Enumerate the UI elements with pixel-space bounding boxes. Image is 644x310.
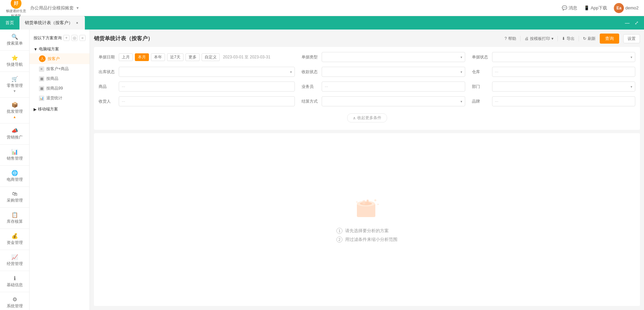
main-layout: 🔍 搜索菜单 ⭐ 快捷导航 🛒 零售管理 ▼ 📦 批发管理 ▲ 📣 营销推广 📊… [0,30,644,310]
date-this-year-btn[interactable]: 本年 [151,53,165,61]
maximize-btn[interactable]: ⤢ [633,19,640,26]
sidebar: 🔍 搜索菜单 ⭐ 快捷导航 🛒 零售管理 ▼ 📦 批发管理 ▲ 📣 营销推广 📊… [0,30,30,310]
collapse-btn[interactable]: ∧ 收起更多条件 [347,113,387,122]
collapse-panel-btn[interactable]: « [79,35,86,41]
payment-status-select[interactable]: ▾ [322,67,465,77]
type-select[interactable]: ▾ [322,52,465,62]
scheme-item-by-customer-goods[interactable]: ≡ 按客户+商品 [30,64,90,74]
sidebar-item-inventory[interactable]: 📋 库存核算 [0,208,29,229]
date-7days-btn[interactable]: 近7天 [167,53,183,61]
settlement-select[interactable]: ▾ [322,96,465,106]
sidebar-item-ecom[interactable]: 🌐 电商管理 [0,166,29,187]
sidebar-item-retail[interactable]: 🛒 零售管理 ▼ [0,72,29,98]
brand-label: 品牌 [472,99,492,104]
type-field: 单据类型 ▾ [302,52,465,62]
sidebar-item-search-menu[interactable]: 🔍 搜索菜单 [0,30,29,51]
collapse-bar: ∧ 收起更多条件 [99,111,635,125]
scheme-item-by-goods-99[interactable]: ▦ 按商品99 [30,84,90,93]
settings-scheme-btn[interactable]: ◎ [71,35,77,41]
sidebar-item-wholesale[interactable]: 📦 批发管理 ▲ [0,98,29,123]
tab-home[interactable]: 首页 [0,16,19,30]
refresh-btn[interactable]: ↻ 刷新 [583,36,596,42]
svg-point-3 [374,199,376,201]
department-dropdown-icon: ▾ [631,85,632,89]
out-status-dropdown-icon: ▾ [290,70,292,74]
date-last-month-btn[interactable]: 上月 [119,53,133,61]
recipient-select[interactable]: ··· [119,96,295,106]
finance-icon: 💰 [0,233,29,239]
warehouse-select[interactable]: ··· [492,67,636,77]
doc-status-label: 单据状态 [472,54,492,60]
doc-status-select[interactable]: ▾ [492,52,636,62]
date-this-month-btn[interactable]: 本月 [135,53,149,61]
type-dropdown-icon: ▾ [461,55,462,59]
minimize-btn[interactable]: — [624,19,631,26]
avatar: Ea [614,3,624,13]
sidebar-item-label: 库存核算 [0,219,29,224]
sidebar-item-finance[interactable]: 💰 资金管理 [0,229,29,250]
sidebar-item-quick-nav[interactable]: ⭐ 快捷导航 [0,51,29,72]
pc-scheme-group-title[interactable]: ▼ 电脑端方案 [30,45,90,53]
content-area: 按以下方案查询 + ◎ « ▼ 电脑端方案 人 按客户 ≡ 按客 [30,30,644,310]
pc-scheme-group: ▼ 电脑端方案 人 按客户 ≡ 按客户+商品 ▦ 按商品 ▦ 按商品99 [30,45,90,103]
sidebar-item-sys[interactable]: ⚙ 系统管理 [0,292,29,310]
sidebar-item-purchase[interactable]: 🛍 采购管理 [0,187,29,208]
type-label: 单据类型 [302,54,322,60]
export-btn[interactable]: ⬇ 导出 [562,36,575,42]
user-area[interactable]: Ea demo2 [614,3,639,13]
date-custom-btn[interactable]: 自定义 [202,53,220,61]
topbar-left: 好 畅捷通好生意 标准版 办公用品行业模拟账套 ▾ [5,0,79,18]
tab-close-icon[interactable]: × [75,20,79,25]
message-btn[interactable]: 💬 消息 [562,5,577,11]
department-select[interactable]: ▾ [492,82,636,92]
export-icon: ⬇ [562,36,565,41]
scheme-item-return-stats[interactable]: 📊 退货统计 [30,93,90,103]
tab-sales-stats[interactable]: 销货单统计表（按客户） × [19,16,85,30]
empty-step-2: 2 用过滤条件来缩小分析范围 [336,237,397,243]
sidebar-item-marketing[interactable]: 📣 营销推广 [0,123,29,145]
date-selector: 上月 本月 本年 近7天 更多 自定义 2023-03-01 至 2023-03… [119,53,270,61]
filter-row-4: 收货人 ··· 结算方式 ▾ [99,96,635,107]
add-scheme-btn[interactable]: + [63,35,69,41]
scheme-item-by-customer[interactable]: 人 按客户 [30,53,90,64]
date-more-btn[interactable]: 更多 [185,53,200,61]
app-download-icon: 📱 [584,5,589,10]
empty-step-1: 1 请先选择要分析的方案 [336,228,397,234]
wholesale-icon: 📦 [0,102,29,108]
purchase-icon: 🛍 [0,191,29,197]
filter-row-3: 商品 ··· 业务员 ··· 部门 [99,81,635,92]
svg-point-2 [360,202,372,205]
sidebar-item-label: 销售管理 [0,156,29,161]
page-actions: ? 帮助 🖨 按模板打印 ▾ ⬇ 导出 [504,34,640,44]
sys-icon: ⚙ [0,296,29,303]
brand-select[interactable]: ··· [492,96,636,106]
salesperson-select[interactable]: ··· [322,82,465,92]
settings-btn[interactable]: 设置 [623,34,640,43]
sidebar-item-sales[interactable]: 📊 销售管理 [0,145,29,166]
topbar: 好 畅捷通好生意 标准版 办公用品行业模拟账套 ▾ 💬 消息 📱 App下载 E… [0,0,644,16]
sidebar-item-label: 搜索菜单 [0,41,29,46]
sidebar-item-operation[interactable]: 📈 经营管理 [0,250,29,271]
goods-field: 商品 ··· [99,81,295,92]
warehouse-field: 仓库 ··· [472,66,636,77]
filter-row-1: 单据日期 上月 本月 本年 近7天 更多 自定义 2023-03-01 至 20… [99,52,635,62]
app-download-btn[interactable]: 📱 App下载 [584,5,607,11]
tabbar: 首页 销货单统计表（按客户） × — ⤢ [0,16,644,30]
title-dropdown-icon: ▾ [76,5,79,10]
goods-select[interactable]: ··· [119,82,295,92]
divider2 [557,36,558,41]
help-btn[interactable]: ? 帮助 [504,36,516,42]
department-label: 部门 [472,84,492,90]
template-print-btn[interactable]: 🖨 按模板打印 ▾ [525,36,553,42]
date-field: 单据日期 上月 本月 本年 近7天 更多 自定义 2023-03-01 至 20… [99,52,295,62]
payment-status-field: 收款状态 ▾ [302,66,465,77]
payment-status-label: 收款状态 [302,69,322,75]
mobile-scheme-group-title[interactable]: ▶ 移动端方案 [30,105,90,113]
template-print-dropdown-icon: ▾ [551,36,553,41]
date-label: 单据日期 [99,54,119,60]
out-status-select[interactable]: ▾ [119,67,295,77]
sidebar-item-base-info[interactable]: ℹ 基础信息 [0,271,29,292]
scheme-item-by-goods[interactable]: ▦ 按商品 [30,74,90,84]
query-btn[interactable]: 查询 [600,34,619,44]
sidebar-item-label: 基础信息 [0,282,29,288]
